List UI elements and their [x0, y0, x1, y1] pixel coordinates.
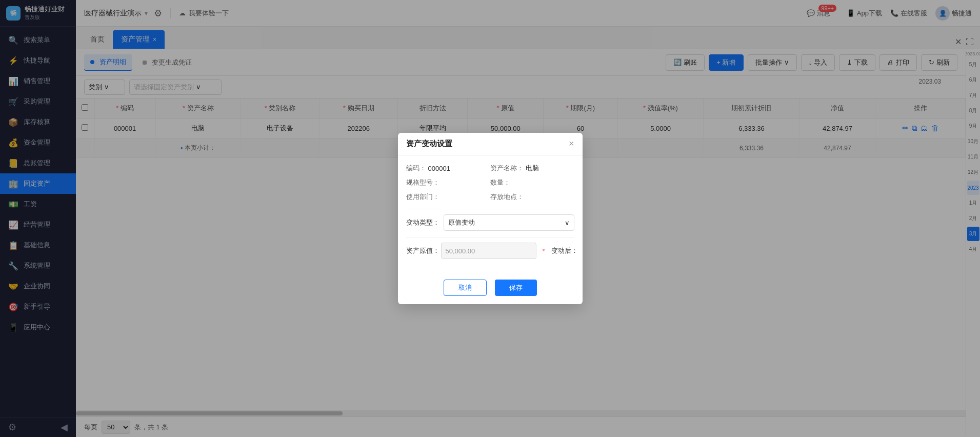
modal-divider-1: [406, 209, 574, 209]
modal-spec-field: 规格型号：: [406, 178, 490, 187]
modal-dept-field: 使用部门：: [406, 192, 490, 202]
modal-title: 资产变动设置: [406, 139, 452, 149]
modal-name-field: 资产名称： 电脑: [490, 164, 574, 173]
modal-after-label: 变动后：: [551, 246, 582, 255]
modal-change-type-label: 变动类型：: [406, 218, 439, 227]
modal-divider-2: [406, 237, 574, 237]
modal-quantity-field: 数量：: [490, 178, 574, 187]
asset-change-modal: 资产变动设置 × 编码： 000001 资产名称： 电脑 规格型号： 数量：: [398, 133, 583, 304]
modal-original-value-input: [441, 243, 536, 259]
modal-change-type-value: 原值变动: [448, 218, 475, 227]
modal-required-mark: *: [543, 247, 545, 255]
modal-overlay: 资产变动设置 × 编码： 000001 资产名称： 电脑 规格型号： 数量：: [0, 0, 980, 437]
modal-change-type-select[interactable]: 原值变动 ∨: [444, 214, 574, 231]
modal-code-field: 编码： 000001: [406, 164, 490, 173]
modal-cancel-button[interactable]: 取消: [444, 280, 487, 296]
modal-change-type-row: 变动类型： 原值变动 ∨: [406, 214, 574, 231]
modal-change-type-arrow: ∨: [565, 219, 570, 227]
modal-footer: 取消 保存: [398, 273, 583, 304]
modal-location-field: 存放地点：: [490, 192, 574, 202]
modal-code-value: 000001: [428, 165, 450, 172]
modal-name-value: 电脑: [526, 164, 539, 173]
modal-original-value-label: 资产原值：: [406, 246, 437, 255]
modal-save-button[interactable]: 保存: [495, 280, 537, 296]
modal-header: 资产变动设置 ×: [398, 133, 583, 155]
modal-original-value-row: 资产原值： * 变动后：: [406, 243, 574, 259]
modal-close-button[interactable]: ×: [569, 138, 574, 149]
modal-body: 编码： 000001 资产名称： 电脑 规格型号： 数量： 使用部门：: [398, 155, 583, 273]
modal-info-grid: 编码： 000001 资产名称： 电脑 规格型号： 数量： 使用部门：: [406, 164, 574, 202]
